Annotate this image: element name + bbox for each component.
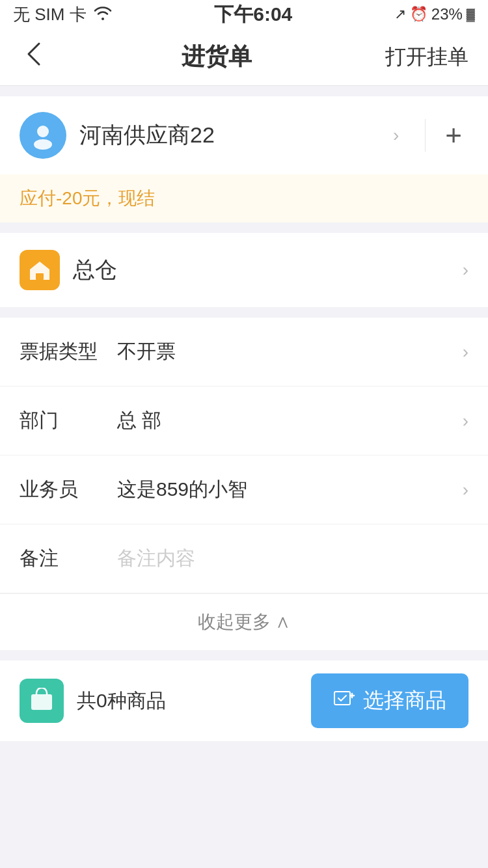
alarm-icon: ⏰ (410, 6, 427, 23)
svg-point-0 (37, 126, 49, 137)
status-time: 下午6:04 (214, 1, 292, 28)
chevron-right-icon: › (463, 411, 468, 431)
battery-text: 23% (431, 5, 463, 23)
warehouse-section: 总仓 › (0, 233, 488, 307)
form-section: 票据类型 不开票 › 部门 总 部 › 业务员 这是859的小智 › 备注 备注… (0, 318, 488, 650)
battery-icon: ▓ (467, 8, 475, 21)
salesperson-row[interactable]: 业务员 这是859的小智 › (0, 455, 488, 524)
carrier-text: 无 SIM 卡 (13, 3, 87, 26)
invoice-type-label: 票据类型 (20, 338, 111, 365)
select-product-button[interactable]: 选择商品 (311, 673, 468, 728)
product-count-text: 共0种商品 (77, 688, 298, 714)
warehouse-icon (20, 250, 60, 290)
product-icon (20, 679, 64, 723)
warehouse-row[interactable]: 总仓 › (0, 233, 488, 307)
status-right: ↗ ⏰ 23% ▓ (394, 5, 475, 23)
collapse-row[interactable]: 收起更多 ∧ (0, 593, 488, 650)
back-button[interactable] (20, 34, 48, 79)
vertical-divider (425, 119, 426, 152)
collapse-button[interactable]: 收起更多 ∧ (198, 610, 291, 634)
remark-row[interactable]: 备注 备注内容 (0, 524, 488, 593)
notice-text: 应付-20元，现结 (20, 188, 155, 208)
notice-bar: 应付-20元，现结 (0, 174, 488, 223)
svg-rect-2 (36, 273, 44, 280)
chevron-right-icon: › (463, 260, 468, 280)
chevron-right-icon: › (393, 125, 399, 146)
department-value: 总 部 (111, 407, 456, 434)
department-row[interactable]: 部门 总 部 › (0, 387, 488, 455)
svg-rect-4 (334, 692, 350, 705)
chevron-right-icon: › (463, 480, 468, 500)
remark-input[interactable]: 备注内容 (111, 545, 468, 572)
page-title: 进货单 (182, 41, 252, 73)
nav-bar: 进货单 打开挂单 (0, 29, 488, 86)
warehouse-name: 总仓 (73, 255, 456, 285)
wifi-icon (93, 5, 113, 25)
remark-label: 备注 (20, 545, 111, 572)
supplier-name: 河南供应商22 (79, 120, 393, 150)
select-product-icon (333, 689, 355, 713)
status-left: 无 SIM 卡 (13, 3, 113, 26)
svg-rect-3 (31, 694, 52, 710)
status-bar: 无 SIM 卡 下午6:04 ↗ ⏰ 23% ▓ (0, 0, 488, 29)
page-background (0, 741, 488, 868)
select-product-label: 选择商品 (363, 686, 446, 715)
bottom-bar: 共0种商品 选择商品 (0, 660, 488, 741)
invoice-type-row[interactable]: 票据类型 不开票 › (0, 318, 488, 387)
open-pending-button[interactable]: 打开挂单 (385, 43, 468, 72)
supplier-section: 河南供应商22 › + 应付-20元，现结 (0, 96, 488, 223)
invoice-type-value: 不开票 (111, 338, 456, 365)
location-icon: ↗ (394, 6, 406, 23)
svg-point-1 (34, 139, 52, 150)
supplier-row[interactable]: 河南供应商22 › + (0, 96, 488, 174)
salesperson-value: 这是859的小智 (111, 476, 456, 503)
chevron-right-icon: › (463, 342, 468, 362)
department-label: 部门 (20, 407, 111, 434)
add-supplier-button[interactable]: + (439, 119, 468, 152)
salesperson-label: 业务员 (20, 476, 111, 503)
supplier-avatar (20, 112, 66, 159)
